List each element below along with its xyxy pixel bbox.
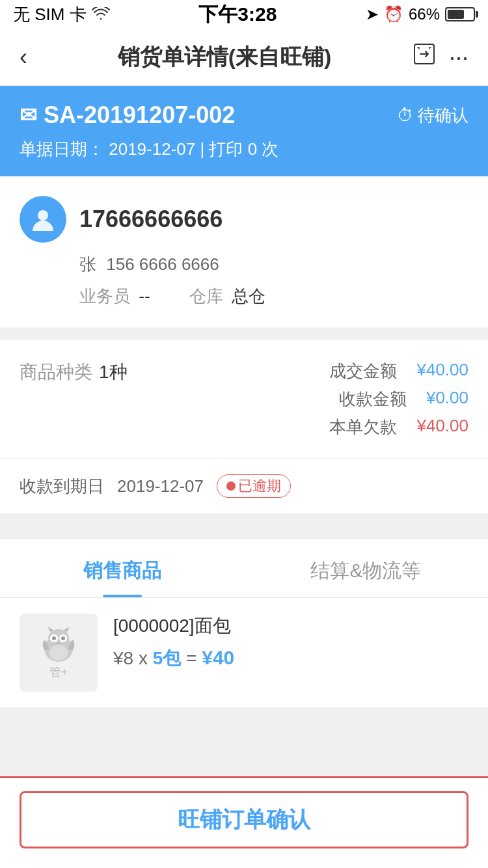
- due-date-value: 2019-12-07: [117, 476, 204, 496]
- carrier-label: 无 SIM 卡: [13, 3, 87, 26]
- tabs-row: 销售商品 结算&物流等: [0, 539, 488, 598]
- overdue-label: 已逾期: [238, 476, 281, 496]
- product-section: 管+ [0000002]面包 ¥8 x 5包 = ¥40: [0, 598, 488, 707]
- nav-actions: ···: [390, 42, 468, 72]
- customer-name: 张: [79, 254, 96, 274]
- order-header: ✉ SA-20191207-002 ⏱ 待确认 单据日期： 2019-12-07…: [0, 86, 488, 176]
- order-id: ✉ SA-20191207-002: [20, 102, 235, 129]
- salesman-label: 业务员: [79, 286, 130, 306]
- confirm-order-button[interactable]: 旺铺订单确认: [20, 791, 468, 848]
- product-name: [0000002]面包: [113, 614, 468, 638]
- wifi-icon: [92, 5, 110, 25]
- customer-details: 张 156 6666 6666 业务员 -- 仓库 总仓: [79, 253, 468, 308]
- more-icon[interactable]: ···: [449, 44, 468, 71]
- amounts: 成交金额 ¥40.00 收款金额 ¥0.00 本单欠款 ¥40.00: [329, 360, 468, 439]
- product-item: 管+ [0000002]面包 ¥8 x 5包 = ¥40: [20, 614, 468, 692]
- amount-label: 成交金额: [329, 360, 397, 383]
- overdue-badge: 已逾期: [217, 474, 291, 498]
- order-envelope-icon: ✉: [20, 103, 37, 128]
- tab-settlement-logistics[interactable]: 结算&物流等: [244, 539, 488, 597]
- customer-section: 17666666666 张 156 6666 6666 业务员 -- 仓库 总仓: [0, 176, 488, 327]
- status-left: 无 SIM 卡: [13, 3, 110, 26]
- battery-percent: 66%: [409, 5, 440, 23]
- owing-value: ¥40.00: [416, 416, 468, 439]
- order-status: ⏱ 待确认: [397, 104, 468, 127]
- customer-phone: 17666666666: [79, 206, 223, 233]
- svg-point-11: [49, 645, 68, 660]
- product-price: ¥8 x 5包 = ¥40: [113, 646, 468, 671]
- amount-value: ¥40.00: [416, 360, 468, 383]
- received-value: ¥0.00: [426, 388, 468, 411]
- product-qty: 5包: [153, 648, 182, 668]
- salesman-value: --: [139, 286, 150, 306]
- back-button[interactable]: ‹: [20, 44, 59, 71]
- status-bar: 无 SIM 卡 下午3:28 ➤ ⏰ 66%: [0, 0, 488, 29]
- overdue-dot: [226, 481, 236, 491]
- share-icon[interactable]: [413, 42, 436, 72]
- alarm-icon: ⏰: [384, 5, 403, 23]
- status-clock-icon: ⏱: [397, 105, 414, 126]
- product-total: ¥40: [202, 647, 234, 668]
- product-info: [0000002]面包 ¥8 x 5包 = ¥40: [113, 614, 468, 671]
- status-right: ➤ ⏰ 66%: [366, 5, 475, 23]
- page-title: 销货单详情(来自旺铺): [59, 42, 390, 72]
- due-section: 收款到期日 2019-12-07 已逾期: [0, 458, 488, 513]
- tab-sales-products[interactable]: 销售商品: [0, 539, 244, 597]
- warehouse-value: 总仓: [232, 286, 265, 306]
- svg-point-9: [61, 636, 65, 640]
- divider-1: [0, 327, 488, 340]
- product-type-label: 商品种类: [20, 360, 92, 385]
- product-thumbnail: 管+: [20, 614, 98, 692]
- summary-section: 商品种类 1种 成交金额 ¥40.00 收款金额 ¥0.00 本单欠款 ¥40.…: [0, 340, 488, 458]
- order-date-row: 单据日期： 2019-12-07 | 打印 0 次: [20, 138, 468, 161]
- location-icon: ➤: [366, 5, 379, 23]
- avatar: [20, 196, 66, 243]
- nav-bar: ‹ 销货单详情(来自旺铺) ···: [0, 29, 488, 86]
- warehouse-label: 仓库: [189, 286, 223, 306]
- confirm-button-container: 旺铺订单确认: [0, 776, 488, 868]
- received-label: 收款金额: [339, 388, 407, 411]
- svg-point-7: [52, 636, 56, 640]
- svg-point-1: [38, 210, 48, 221]
- product-type-value: 1种: [99, 360, 128, 385]
- battery-icon: [445, 7, 475, 21]
- status-time: 下午3:28: [198, 1, 277, 28]
- tabs-section: 销售商品 结算&物流等: [0, 539, 488, 598]
- owing-label: 本单欠款: [329, 416, 397, 439]
- customer-tel: 156 6666 6666: [106, 254, 219, 274]
- due-date-label: 收款到期日: [20, 475, 104, 498]
- divider-2: [0, 513, 488, 526]
